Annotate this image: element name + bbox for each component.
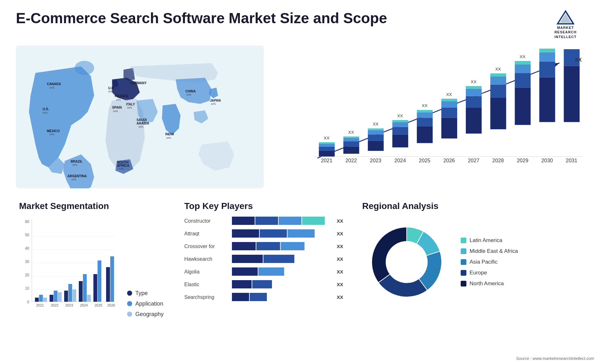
svg-rect-118 xyxy=(35,298,39,302)
player-bar-svg xyxy=(232,293,334,302)
svg-rect-138 xyxy=(110,256,114,302)
svg-rect-135 xyxy=(98,260,101,302)
legend-item-type: Type xyxy=(127,290,164,297)
svg-text:U.S.: U.S. xyxy=(43,107,49,111)
player-bar-container: XX xyxy=(232,254,343,264)
svg-text:XX: XX xyxy=(575,57,582,63)
svg-rect-122 xyxy=(50,295,53,302)
segmentation-title: Market Segmentation xyxy=(19,201,165,211)
svg-text:INDIA: INDIA xyxy=(165,132,174,136)
svg-text:xx%: xx% xyxy=(166,137,171,139)
svg-text:2025: 2025 xyxy=(95,303,102,307)
svg-rect-148 xyxy=(256,242,280,250)
svg-point-4 xyxy=(75,61,94,75)
svg-rect-95 xyxy=(539,52,555,62)
svg-rect-152 xyxy=(232,267,258,276)
header: E-Commerce Search Software Market Size a… xyxy=(16,10,594,39)
svg-rect-150 xyxy=(232,255,263,263)
svg-rect-87 xyxy=(515,87,531,125)
svg-text:FRANCE: FRANCE xyxy=(115,94,128,98)
regional-legend-dot xyxy=(461,270,466,276)
regional-legend-label: North America xyxy=(470,280,504,287)
svg-text:ARABIA: ARABIA xyxy=(137,121,149,125)
svg-rect-41 xyxy=(319,144,335,146)
svg-rect-132 xyxy=(87,295,91,302)
page-title: E-Commerce Search Software Market Size a… xyxy=(16,10,387,27)
logo-icon xyxy=(556,10,575,25)
svg-rect-66 xyxy=(417,110,433,112)
player-bar-svg xyxy=(232,280,334,289)
svg-text:xx%: xx% xyxy=(71,178,76,181)
logo-text: MARKET RESEARCH INTELLECT xyxy=(554,25,577,39)
player-bar-container: XX xyxy=(232,292,343,302)
svg-text:10: 10 xyxy=(25,286,30,291)
player-bar-svg xyxy=(232,216,334,226)
svg-rect-90 xyxy=(515,61,531,64)
svg-rect-94 xyxy=(539,62,555,78)
player-row: ElasticXX xyxy=(184,280,343,290)
player-value: XX xyxy=(337,244,343,249)
page-wrapper: E-Commerce Search Software Market Size a… xyxy=(0,0,610,364)
svg-rect-53 xyxy=(368,130,384,135)
svg-rect-124 xyxy=(58,292,62,302)
regional-legend: Latin AmericaMiddle East & AfricaAsia Pa… xyxy=(461,237,518,287)
svg-text:40: 40 xyxy=(25,246,30,251)
svg-text:xx%: xx% xyxy=(119,168,124,171)
svg-text:CANADA: CANADA xyxy=(47,82,61,86)
svg-rect-128 xyxy=(72,289,76,302)
svg-text:xx%: xx% xyxy=(127,106,132,109)
player-row: SearchspringXX xyxy=(184,292,343,302)
svg-rect-120 xyxy=(43,298,47,302)
svg-rect-144 xyxy=(232,229,259,238)
svg-rect-123 xyxy=(54,291,58,302)
svg-rect-153 xyxy=(258,267,284,276)
svg-rect-42 xyxy=(319,142,335,144)
svg-text:xx%: xx% xyxy=(211,103,216,105)
regional-legend-dot xyxy=(461,281,466,286)
svg-text:xx%: xx% xyxy=(50,86,55,89)
player-bar-container: XX xyxy=(232,280,343,290)
svg-rect-127 xyxy=(68,284,72,302)
bottom-section: Market Segmentation 0 10 20 30 40 50 60 xyxy=(16,198,594,338)
svg-rect-89 xyxy=(515,64,531,73)
player-bar-svg xyxy=(232,267,334,277)
svg-rect-155 xyxy=(252,280,272,288)
bar-chart-svg: 2021 XX 2022 XX 2023 XX xyxy=(286,49,591,172)
svg-rect-147 xyxy=(232,242,256,250)
type-dot xyxy=(127,291,132,296)
svg-text:2026: 2026 xyxy=(443,158,455,163)
players-list: ConstructorXXAttraqtXXCrossover forXXHaw… xyxy=(184,216,343,302)
svg-rect-65 xyxy=(417,112,433,118)
player-name: Crossover for xyxy=(184,244,229,249)
svg-text:60: 60 xyxy=(25,219,30,224)
svg-text:2024: 2024 xyxy=(394,158,406,163)
svg-rect-78 xyxy=(466,86,482,89)
svg-rect-70 xyxy=(441,108,457,118)
map-area: CANADA xx% U.S. xx% MEXICO xx% BRAZIL xx… xyxy=(16,45,264,188)
player-value: XX xyxy=(337,294,343,300)
svg-rect-146 xyxy=(288,229,315,238)
player-row: Crossover forXX xyxy=(184,241,343,252)
regional-legend-dot xyxy=(461,238,466,243)
svg-text:AFRICA: AFRICA xyxy=(117,164,129,167)
svg-text:2030: 2030 xyxy=(541,158,553,163)
donut-chart-svg xyxy=(362,218,451,307)
svg-text:XX: XX xyxy=(348,130,354,134)
player-value: XX xyxy=(337,256,343,262)
svg-rect-142 xyxy=(279,217,302,225)
svg-rect-72 xyxy=(441,99,457,101)
svg-rect-45 xyxy=(343,146,359,154)
player-bar-svg xyxy=(232,229,334,239)
regional-legend-dot xyxy=(461,248,466,254)
players-title: Top Key Players xyxy=(184,201,343,211)
svg-rect-48 xyxy=(343,137,359,138)
svg-text:2022: 2022 xyxy=(51,303,58,307)
svg-rect-75 xyxy=(466,108,482,134)
player-row: AlgoliaXX xyxy=(184,267,343,277)
regional-legend-label: Asia Pacific xyxy=(470,259,498,265)
svg-text:xx%: xx% xyxy=(108,90,113,93)
svg-text:xx%: xx% xyxy=(43,111,48,114)
svg-text:BRAZIL: BRAZIL xyxy=(71,160,83,163)
regional-legend-item: Asia Pacific xyxy=(461,259,518,265)
svg-text:XX: XX xyxy=(471,79,477,84)
